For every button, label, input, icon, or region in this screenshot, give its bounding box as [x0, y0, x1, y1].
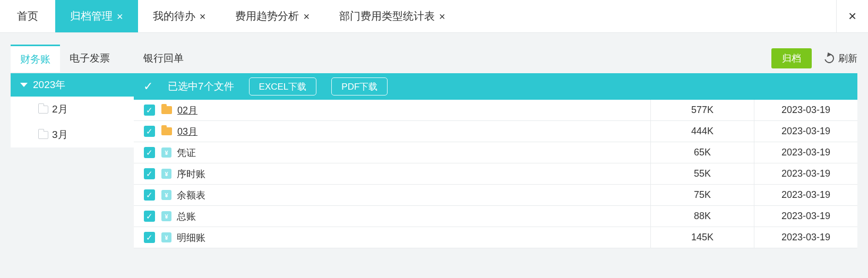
refresh-icon [823, 52, 836, 65]
row-checkbox[interactable]: ✓ [140, 189, 158, 201]
checkbox-checked-icon: ✓ [144, 232, 155, 243]
checkbox-checked-icon: ✓ [144, 105, 155, 116]
file-name-cell[interactable]: ¥ 余额表 [158, 189, 650, 202]
file-size-cell: 444K [650, 121, 754, 142]
file-icon: ¥ [161, 147, 171, 158]
tree-item-mar[interactable]: 3月 [11, 122, 134, 147]
chevron-down-icon [20, 83, 28, 87]
table-row[interactable]: ✓ 03月 444K 2023-03-19 [134, 121, 857, 142]
button-label: EXCEL下载 [259, 82, 307, 92]
row-checkbox[interactable]: ✓ [140, 211, 158, 222]
table-row[interactable]: ✓ ¥ 总账 88K 2023-03-19 [134, 206, 857, 227]
row-checkbox[interactable]: ✓ [140, 232, 158, 243]
refresh-button[interactable]: 刷新 [824, 52, 857, 65]
close-all-button[interactable]: × [836, 0, 868, 32]
checkbox-checked-icon: ✓ [144, 126, 155, 137]
file-date-cell: 2023-03-19 [754, 121, 857, 142]
tree-root-label: 2023年 [33, 78, 65, 92]
tree-item-label: 2月 [52, 102, 68, 116]
spacer [460, 0, 836, 32]
table-row[interactable]: ✓ ¥ 余额表 75K 2023-03-19 [134, 185, 857, 206]
file-icon: ¥ [161, 190, 171, 200]
tab-expense-trend[interactable]: 费用趋势分析 × [220, 0, 324, 32]
subtab-finance[interactable]: 财务账 [11, 45, 60, 72]
row-checkbox[interactable]: ✓ [140, 147, 158, 158]
toolbar: 银行回单 归档 刷新 [134, 44, 857, 73]
file-name-cell[interactable]: ¥ 明细账 [158, 231, 650, 244]
table-row[interactable]: ✓ ¥ 序时账 55K 2023-03-19 [134, 163, 857, 185]
file-name-cell[interactable]: 02月 [158, 104, 650, 117]
close-icon[interactable]: × [303, 11, 310, 22]
close-icon[interactable]: × [439, 11, 445, 22]
row-checkbox[interactable]: ✓ [140, 168, 158, 179]
tree-root-2023[interactable]: 2023年 [11, 73, 134, 97]
pdf-download-button[interactable]: PDF下载 [331, 77, 388, 95]
file-name: 序时账 [177, 168, 205, 180]
file-name: 03月 [177, 125, 197, 138]
subtab-label: 银行回单 [143, 51, 184, 65]
tab-home-label: 首页 [17, 9, 38, 23]
table-row[interactable]: ✓ 02月 577K 2023-03-19 [134, 100, 857, 121]
file-name-cell[interactable]: 03月 [158, 125, 650, 138]
subtab-bankslip[interactable]: 银行回单 [134, 45, 193, 72]
file-date-cell: 2023-03-19 [754, 142, 857, 163]
tab-label: 费用趋势分析 [235, 9, 299, 23]
checkbox-checked-icon: ✓ [144, 189, 155, 201]
file-icon: ¥ [161, 169, 171, 179]
file-date-cell: 2023-03-19 [754, 206, 857, 227]
file-name-cell[interactable]: ¥ 凭证 [158, 146, 650, 159]
file-icon: ¥ [161, 232, 171, 242]
refresh-button-label: 刷新 [838, 52, 857, 65]
tree-item-feb[interactable]: 2月 [11, 97, 134, 122]
tab-archive-manage[interactable]: 归档管理 × [55, 0, 138, 32]
tab-label: 部门费用类型统计表 [339, 9, 435, 23]
table-row[interactable]: ✓ ¥ 凭证 65K 2023-03-19 [134, 142, 857, 163]
file-name: 余额表 [177, 189, 205, 202]
subtab-label: 电子发票 [70, 51, 110, 65]
folder-outline-icon [38, 106, 48, 114]
file-date-cell: 2023-03-19 [754, 227, 857, 248]
file-name-cell[interactable]: ¥ 总账 [158, 210, 650, 223]
content-area: 财务账 电子发票 2023年 2月 3月 银 [0, 33, 868, 248]
check-icon: ✓ [143, 80, 153, 93]
file-icon: ¥ [161, 211, 171, 221]
tab-dept-expense-type[interactable]: 部门费用类型统计表 × [324, 0, 460, 32]
close-icon[interactable]: × [200, 11, 206, 22]
file-size-cell: 55K [650, 163, 754, 184]
file-name-cell[interactable]: ¥ 序时账 [158, 168, 650, 180]
file-date-cell: 2023-03-19 [754, 100, 857, 120]
folder-tree: 2023年 2月 3月 [11, 73, 134, 147]
folder-icon [161, 106, 172, 114]
close-icon[interactable]: × [117, 11, 123, 22]
archive-button[interactable]: 归档 [771, 48, 812, 68]
file-size-cell: 88K [650, 206, 754, 227]
tree-item-label: 3月 [52, 128, 68, 142]
file-size-cell: 65K [650, 142, 754, 163]
subtab-einvoice[interactable]: 电子发票 [60, 45, 119, 72]
excel-download-button[interactable]: EXCEL下载 [249, 77, 317, 95]
folder-icon [161, 127, 172, 135]
checkbox-checked-icon: ✓ [144, 211, 155, 222]
archive-button-label: 归档 [782, 53, 801, 64]
folder-outline-icon [38, 131, 48, 139]
tab-label: 我的待办 [153, 9, 195, 23]
file-name: 明细账 [177, 231, 205, 244]
tab-my-todo[interactable]: 我的待办 × [138, 0, 221, 32]
file-date-cell: 2023-03-19 [754, 185, 857, 205]
right-panel: 银行回单 归档 刷新 ✓ 已选中7个文件 EXCEL下载 PDF下载 [134, 44, 857, 248]
table-row[interactable]: ✓ ¥ 明细账 145K 2023-03-19 [134, 227, 857, 248]
selection-count-label: 已选中7个文件 [168, 80, 234, 93]
sub-tabs-right: 银行回单 [134, 44, 193, 73]
file-name: 凭证 [177, 146, 196, 159]
file-date-cell: 2023-03-19 [754, 163, 857, 184]
tab-label: 归档管理 [70, 9, 113, 23]
tab-home[interactable]: 首页 [0, 0, 55, 32]
subtab-label: 财务账 [20, 53, 50, 66]
file-size-cell: 75K [650, 185, 754, 205]
row-checkbox[interactable]: ✓ [140, 126, 158, 137]
file-name: 总账 [177, 210, 196, 223]
file-size-cell: 145K [650, 227, 754, 248]
button-label: PDF下载 [341, 82, 377, 92]
row-checkbox[interactable]: ✓ [140, 105, 158, 116]
sub-tabs-left: 财务账 电子发票 [11, 44, 134, 73]
